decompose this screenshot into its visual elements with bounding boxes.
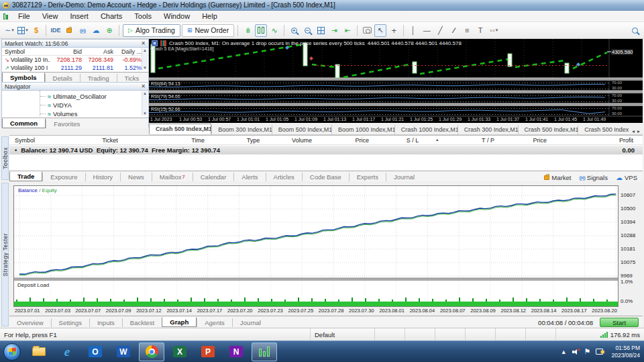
profile-selector[interactable]: Default bbox=[310, 328, 374, 341]
column-header-volume-4[interactable]: Volume bbox=[262, 137, 312, 144]
chart-tab-scroll-arrows[interactable]: ◂▸ bbox=[629, 128, 643, 134]
column-header-profit-9[interactable]: Profit bbox=[577, 137, 633, 144]
titlebar[interactable]: 30827129 - Deriv-Demo: Demo Account - He… bbox=[0, 0, 644, 11]
tab-scroll-left-icon[interactable]: ◂ bbox=[632, 128, 635, 134]
volume-muted-icon[interactable]: × bbox=[572, 349, 579, 355]
menu-item-window[interactable]: Window bbox=[158, 11, 196, 21]
column-header-bid[interactable]: Bid bbox=[50, 48, 82, 55]
link-market[interactable]: Market bbox=[544, 174, 571, 181]
taskbar-chrome[interactable] bbox=[139, 343, 164, 361]
taskbar-explorer[interactable] bbox=[26, 343, 52, 361]
line-chart-mode-button[interactable]: ∿ bbox=[268, 24, 280, 37]
menu-item-file[interactable]: File bbox=[12, 11, 36, 21]
deposit-button[interactable]: $ bbox=[30, 24, 42, 37]
strategy-tester-side-tab[interactable]: Strategy Tester bbox=[1, 183, 9, 326]
connection-status[interactable]: 176.92 ms bbox=[555, 328, 644, 341]
tab-scroll-right-icon[interactable]: ▸ bbox=[637, 128, 640, 134]
chart-type-dropdown[interactable]: ∼▾ bbox=[3, 24, 15, 37]
column-header-daily[interactable]: Daily ... bbox=[113, 48, 142, 55]
chart-tab-0[interactable]: Crash 500 Index,M1 bbox=[149, 124, 211, 134]
signals-icon[interactable]: ((•)) bbox=[76, 24, 89, 37]
toolbox-tab-history[interactable]: History bbox=[85, 173, 121, 181]
taskbar-outlook[interactable]: O bbox=[83, 343, 108, 361]
web-terminal-icon[interactable]: ⊕ bbox=[103, 24, 115, 37]
column-header-price-8[interactable]: Price bbox=[496, 137, 547, 144]
toolbox-tab-experts[interactable]: Experts bbox=[349, 173, 386, 181]
column-header-ask[interactable]: Ask bbox=[82, 48, 113, 55]
chart-tab-3[interactable]: Boom 1000 Index,M1 bbox=[331, 125, 394, 134]
tester-tab-graph[interactable]: Graph bbox=[162, 317, 197, 327]
tester-tab-journal[interactable]: Journal bbox=[232, 318, 268, 327]
start-button[interactable] bbox=[3, 343, 21, 361]
candlestick-mode-button[interactable] bbox=[255, 24, 267, 37]
tester-tab-backtest[interactable]: Backtest bbox=[122, 318, 162, 327]
navigator-scrollbar[interactable]: ▲▼ bbox=[142, 91, 148, 116]
taskbar-internet-explorer[interactable]: e bbox=[54, 343, 80, 361]
column-header-s-l-6[interactable]: S / L bbox=[392, 137, 433, 144]
link-signals[interactable]: ((•))Signals bbox=[579, 174, 608, 181]
taskbar-mt5[interactable] bbox=[252, 343, 277, 361]
tester-tab-settings[interactable]: Settings bbox=[51, 318, 89, 327]
new-order-button[interactable]: ⊞New Order bbox=[182, 24, 234, 37]
column-header-symbol-0[interactable]: Symbol bbox=[15, 137, 68, 144]
toolbox-tab-mailbox[interactable]: Mailbox7 bbox=[152, 173, 193, 181]
market-watch-column-headers[interactable]: SymbolBidAskDaily ... bbox=[2, 48, 148, 56]
navigator-item-vidya[interactable]: ≈VIDYA bbox=[2, 101, 148, 109]
chart-tab-5[interactable]: Crash 300 Index,M1 bbox=[458, 125, 518, 134]
column-header-time-2[interactable]: Time bbox=[141, 137, 205, 144]
equidistant-channel-tool[interactable]: ≡ bbox=[461, 24, 473, 37]
price-chart-canvas[interactable] bbox=[149, 39, 643, 123]
search-icon[interactable] bbox=[629, 24, 641, 37]
navigator-tab-favorites[interactable]: Favorites bbox=[46, 120, 87, 128]
market-watch-row[interactable]: ↘Volatility 10 In...7208.1787208.349-0.8… bbox=[2, 56, 148, 64]
toolbox-tab-trade[interactable]: Trade bbox=[9, 171, 42, 181]
chart-tab-1[interactable]: Boom 300 Index,M1 bbox=[211, 125, 271, 134]
auto-scroll-button[interactable]: ⇥ bbox=[328, 24, 340, 37]
mt5-menu-icon[interactable] bbox=[3, 13, 8, 19]
column-header-symbol[interactable]: Symbol bbox=[2, 48, 50, 55]
chart-tab-2[interactable]: Boom 500 Index,M1 bbox=[272, 125, 331, 134]
tester-graph-canvas[interactable] bbox=[14, 186, 618, 306]
crosshair-tool-button[interactable]: + bbox=[388, 24, 400, 37]
navigator-item-ultimate-oscillator[interactable]: ≈Ultimate_Oscillator bbox=[2, 92, 148, 101]
toolbox-column-headers[interactable]: SymbolTicketTimeTypeVolumePriceS / LT / … bbox=[9, 136, 643, 145]
market-watch-row[interactable]: ↗Volatility 100 I2111.292111.811.52% bbox=[2, 64, 148, 72]
toolbox-tab-articles[interactable]: Articles bbox=[266, 173, 302, 181]
toolbox-tab-calendar[interactable]: Calendar bbox=[193, 173, 234, 181]
zoom-in-button[interactable]: + bbox=[288, 24, 300, 37]
close-icon[interactable]: ✕ bbox=[141, 83, 146, 89]
toolbox-side-tab[interactable]: Toolbox bbox=[1, 136, 9, 180]
vertical-line-tool[interactable]: │ bbox=[407, 24, 419, 37]
chart-tab-4[interactable]: Crash 1000 Index,M1 bbox=[394, 125, 458, 134]
bar-chart-mode-button[interactable]: ılı bbox=[241, 24, 254, 37]
zoom-out-button[interactable]: − bbox=[301, 24, 313, 37]
chart-shift-button[interactable]: ⇤ bbox=[341, 24, 354, 37]
column-header-ticket-1[interactable]: Ticket bbox=[73, 137, 147, 144]
algo-trading-button[interactable]: ▷Algo Trading bbox=[123, 24, 180, 37]
tester-graph[interactable]: Balance / Equity Deposit Load bbox=[13, 185, 619, 307]
tray-expand-icon[interactable]: ▲ bbox=[561, 349, 567, 355]
cursor-tool-button[interactable]: ↖ bbox=[374, 24, 386, 37]
chart-tab-6[interactable]: Crash 500 Index,M1 bbox=[518, 125, 578, 134]
menu-item-view[interactable]: View bbox=[36, 11, 64, 21]
link-vps[interactable]: ☁VPS bbox=[616, 174, 637, 181]
market-watch-header[interactable]: Market Watch: 11:56:06 ✕ bbox=[2, 40, 148, 48]
network-icon[interactable]: ✱ bbox=[596, 349, 603, 355]
chart-tab-7[interactable]: Crash 500 Index bbox=[578, 125, 629, 134]
navigator-header[interactable]: Navigator ✕ bbox=[2, 83, 148, 91]
menu-item-tools[interactable]: Tools bbox=[128, 11, 158, 21]
navigator-item-volumes[interactable]: ≈Volumes bbox=[2, 109, 148, 118]
navigator-tab-common[interactable]: Common bbox=[2, 118, 46, 128]
market-watch-tab-symbols[interactable]: Symbols bbox=[2, 73, 45, 83]
close-icon[interactable]: ✕ bbox=[141, 40, 146, 46]
toolbox-tab-journal[interactable]: Journal bbox=[386, 173, 422, 181]
tile-windows-button[interactable] bbox=[315, 24, 327, 37]
taskbar-word[interactable]: W bbox=[111, 343, 136, 361]
text-tool[interactable]: T bbox=[474, 24, 486, 37]
price-chart[interactable]: Crash 500 Index, M1: On average 1 drop o… bbox=[149, 39, 643, 123]
taskbar-excel[interactable]: X bbox=[167, 343, 193, 361]
start-button[interactable]: Start bbox=[600, 318, 639, 327]
toolbox-tab-code-base[interactable]: Code Base bbox=[302, 173, 349, 181]
channel-tool[interactable]: ∕∕ bbox=[447, 24, 460, 37]
menu-item-insert[interactable]: Insert bbox=[64, 11, 95, 21]
